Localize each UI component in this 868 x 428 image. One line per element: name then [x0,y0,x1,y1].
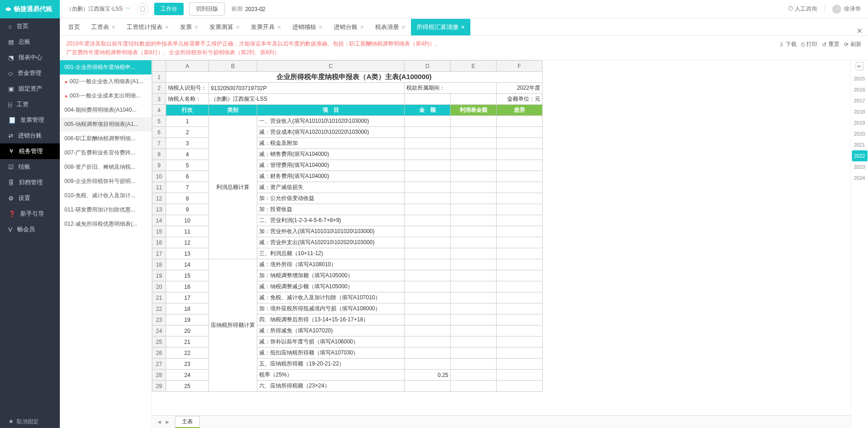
brand-logo: 畅捷通易代账 [0,0,60,18]
close-icon[interactable]: ✕ [360,24,364,30]
sidebar-item[interactable]: ⌂首页 [0,18,60,34]
sidebar-item[interactable]: 🗄归档管理 [0,175,60,190]
company-select[interactable]: （勿删）江西服宝-LSS﹀ [66,5,131,13]
close-icon[interactable]: ✕ [461,24,465,30]
sidebar-icon: V [8,226,12,233]
close-icon[interactable]: ✕ [194,24,198,30]
sidebar-icon: ⌸ [8,101,12,108]
table-row[interactable]: 51利润总额计算一、营业收入(填写A101010\101020\103000) [152,116,543,127]
tab[interactable]: 进销台账✕ [328,19,370,35]
tab-bar: 首页工资表✕工资统计报表✕发票✕发票测算✕发票开具✕进销稽核✕进销台账✕税表清册… [60,18,868,36]
sidebar-item[interactable]: ❓新手引导 [0,206,60,222]
form-list-item[interactable]: 008-资产折旧、摊销及纳税... [60,160,151,174]
close-icon[interactable]: ✕ [277,24,281,30]
form-list-item[interactable]: ●003-一般企业成本支出明细... [60,89,151,103]
tab[interactable]: 税表清册✕ [370,19,411,35]
sidebar-icon: ◇ [8,70,13,77]
period-label: 账期 [231,5,243,13]
tab[interactable]: 工资表✕ [86,19,121,35]
sheet-prev[interactable]: ◄ [156,419,162,425]
form-list-item[interactable]: 001-企业所得税年度纳税申... [60,60,151,74]
sidebar-item[interactable]: ⌸工资 [0,97,60,112]
spreadsheet[interactable]: ABCDEF1企业所得税年度纳税申报表（A类）主表(A100000)2纳税人识别… [152,60,851,415]
warning-text: 2019年度涉及取以前年度结转数据的申报表单元格需要手工维护正确，才能保证本年及… [66,40,444,57]
sidebar-item[interactable]: ☑结账 [0,159,60,175]
sidebar-icon: ￥ [8,147,14,155]
avatar-icon [832,5,841,14]
close-icon[interactable]: ✕ [401,24,405,30]
sidebar-icon: 🧾 [8,117,16,124]
sidebar: ⌂首页▤总账⬔报表中心◇资金管理▣固定资产⌸工资🧾发票管理⇄进销台账￥税务管理☑… [0,18,60,428]
form-list-item[interactable]: ●002-一般企业收入明细表(A1... [60,74,151,89]
year-item[interactable]: 2018 [852,106,868,117]
table-row[interactable]: 1814应纳税所得额计算减：境外所得（填写A108010） [152,259,543,270]
sidebar-item[interactable]: ◇资金管理 [0,65,60,81]
sheet-next[interactable]: ► [165,419,170,425]
refresh-button[interactable]: ⟳ 刷新 [844,40,862,48]
close-icon[interactable]: ✕ [318,24,323,30]
year-item[interactable]: 2022 [852,150,868,161]
form-list-item[interactable]: 007-广告费和业务宣传费跨... [60,146,151,160]
switch-old-button[interactable]: 切到旧版 [189,2,225,16]
form-list: 001-企业所得税年度纳税申...●002-一般企业收入明细表(A1...●00… [60,60,152,428]
close-icon[interactable]: ✕ [236,24,240,30]
sidebar-icon: ▤ [8,39,14,46]
sidebar-item[interactable]: ⚙设置 [0,190,60,206]
clipboard-icon[interactable] [137,3,149,15]
year-item[interactable]: 2015 [852,73,868,84]
consult-link[interactable]: 人工咨询 [788,5,817,13]
sheet-footer: ◄► 主表 [152,415,851,428]
sidebar-item[interactable]: ⬔报表中心 [0,50,60,65]
form-list-item[interactable]: 011-研发费用加计扣除优惠... [60,203,151,217]
print-button[interactable]: ⎙ 打印 [801,40,817,48]
download-button[interactable]: ⇩ 下载 [779,40,797,48]
reset-button[interactable]: ↺ 重置 [822,40,839,48]
sidebar-item[interactable]: ⇄进销台账 [0,128,60,143]
sidebar-item[interactable]: ￥税务管理 [0,143,60,159]
sidebar-icon: ⬔ [8,54,14,61]
unpin-button[interactable]: 取消固定 [0,415,60,428]
svg-rect-0 [141,6,145,11]
year-item[interactable]: 2021 [852,139,868,150]
year-item[interactable]: 2020 [852,128,868,139]
sidebar-item[interactable]: V畅会员 [0,222,60,237]
year-item[interactable]: 2019 [852,117,868,128]
tab[interactable]: 发票开具✕ [245,19,287,35]
tab[interactable]: 进销稽核✕ [287,19,328,35]
form-list-item[interactable]: 005-纳税调整项目明细表(A1... [60,117,151,131]
form-list-item[interactable]: 010-免税、减计收入及加计... [60,188,151,203]
form-list-item[interactable]: 004-期间费用明细表(A1040... [60,103,151,117]
user-menu[interactable]: 徐泽华 [832,5,861,14]
year-item[interactable]: 2016 [852,84,868,95]
workbench-button[interactable]: 工作台 [154,3,184,15]
pin-icon [8,419,14,424]
expand-rail-icon[interactable]: ⇤ [856,62,864,70]
svg-point-2 [790,7,791,8]
form-list-item[interactable]: 012-减免所得税优惠明细表(... [60,217,151,231]
tab[interactable]: 发票✕ [174,19,204,35]
close-all-tabs[interactable]: ✕ [851,27,868,35]
svg-point-1 [788,6,793,11]
form-list-item[interactable]: 009-企业所得税弥补亏损明... [60,174,151,188]
close-icon[interactable]: ✕ [165,24,169,30]
year-item[interactable]: 2024 [852,172,868,183]
tab[interactable]: 工资统计报表✕ [121,19,174,35]
year-item[interactable]: 2023 [852,161,868,172]
sidebar-icon: 🗄 [8,179,14,186]
year-rail: ⇤ 20152016201720182019202020212022202320… [851,60,868,428]
tab[interactable]: 所得税汇算清缴✕ [411,19,470,35]
tab[interactable]: 首页 [63,19,86,35]
close-icon[interactable]: ✕ [111,24,116,30]
sidebar-item[interactable]: 🧾发票管理 [0,112,60,128]
sidebar-icon: ⇄ [8,132,13,139]
year-item[interactable]: 2017 [852,95,868,106]
period-value[interactable]: 2023-02 [245,6,266,12]
sidebar-item[interactable]: ▣固定资产 [0,81,60,97]
tab[interactable]: 发票测算✕ [204,19,245,35]
warn-icon: ● [64,93,68,99]
sidebar-icon: ☑ [8,164,14,171]
form-list-item[interactable]: 006-职工薪酬纳税调整明细... [60,131,151,146]
sheet-tab[interactable]: 主表 [175,416,200,428]
sidebar-item[interactable]: ▤总账 [0,34,60,50]
sidebar-icon: ⌂ [8,23,12,30]
